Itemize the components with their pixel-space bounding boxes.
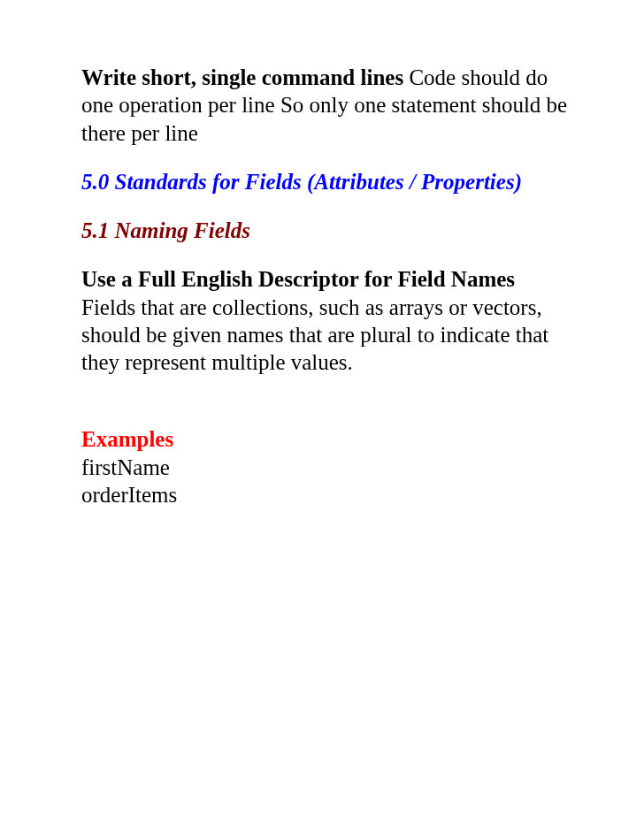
- paragraph-field-names: Use a Full English Descriptor for Field …: [81, 265, 571, 376]
- bold-field-descriptor: Use a Full English Descriptor for Field …: [81, 267, 515, 291]
- bold-command-lines: Write short, single command lines: [81, 65, 409, 89]
- examples-heading: Examples: [81, 425, 571, 453]
- document-page: Write short, single command lines Code s…: [0, 0, 644, 572]
- heading-standards-fields: 5.0 Standards for Fields (Attributes / P…: [81, 168, 571, 195]
- text-field-descriptor: Fields that are collections, such as arr…: [81, 295, 548, 375]
- example-orderitems: orderItems: [81, 481, 571, 508]
- example-firstname: firstName: [81, 454, 571, 481]
- heading-naming-fields: 5.1 Naming Fields: [81, 217, 571, 244]
- paragraph-command-lines: Write short, single command lines Code s…: [81, 64, 571, 147]
